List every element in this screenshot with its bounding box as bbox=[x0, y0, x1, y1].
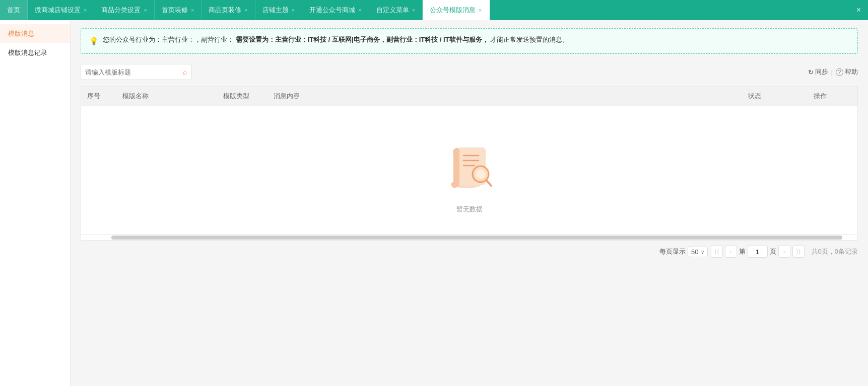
bulb-icon: 💡 bbox=[89, 35, 99, 47]
main-layout: 模版消息 模版消息记录 💡 您的公众号行业为：主营行业：，副营行业： 需要设置为… bbox=[0, 20, 868, 386]
tab-open-wechat-mall[interactable]: 开通公众号商城 × bbox=[302, 0, 369, 20]
col-header-content: 消息内容 bbox=[268, 87, 742, 106]
content-area: 💡 您的公众号行业为：主营行业：，副营行业： 需要设置为：主营行业：IT科技 /… bbox=[71, 20, 868, 386]
close-tab-template-msg[interactable]: × bbox=[479, 7, 482, 13]
search-icon[interactable]: ⌕ bbox=[183, 68, 187, 76]
prev-icon: ‹ bbox=[730, 248, 732, 255]
close-tab-product-category[interactable]: × bbox=[144, 7, 147, 13]
tab-home[interactable]: 首页 bbox=[0, 0, 28, 20]
svg-line-7 bbox=[486, 180, 491, 186]
close-tab-homepage-decor[interactable]: × bbox=[191, 7, 194, 13]
help-icon: ? bbox=[836, 68, 843, 76]
help-button[interactable]: ? 帮助 bbox=[836, 67, 858, 76]
first-page-icon: ⟨⟨ bbox=[714, 248, 719, 255]
search-input-wrap[interactable]: ⌕ bbox=[81, 64, 191, 80]
col-header-name: 模版名称 bbox=[116, 87, 217, 106]
table-header-row: 序号 模版名称 模版类型 消息内容 状态 操作 bbox=[81, 87, 858, 106]
sidebar-item-template-msg[interactable]: 模版消息 bbox=[0, 24, 70, 43]
empty-row: 暂无数据 bbox=[81, 106, 858, 235]
next-page-button[interactable]: › bbox=[778, 246, 790, 258]
svg-point-6 bbox=[476, 169, 486, 179]
notice-box: 💡 您的公众号行业为：主营行业：，副营行业： 需要设置为：主营行业：IT科技 /… bbox=[81, 28, 858, 54]
top-navigation: 首页 微商城店铺设置 × 商品分类设置 × 首页装修 × 商品页装修 × 店铺主… bbox=[0, 0, 868, 20]
empty-text: 暂无数据 bbox=[456, 205, 483, 214]
global-close-button[interactable]: × bbox=[849, 0, 868, 20]
scrollbar-thumb[interactable] bbox=[111, 236, 842, 240]
tab-product-page-decor[interactable]: 商品页装修 × bbox=[202, 0, 255, 20]
tab-custom-menu[interactable]: 自定义菜单 × bbox=[369, 0, 423, 20]
right-actions: ↻ 同步 | ? 帮助 bbox=[808, 67, 858, 76]
tab-shop-theme[interactable]: 店铺主题 × bbox=[255, 0, 302, 20]
col-header-seq: 序号 bbox=[81, 87, 116, 106]
tab-template-msg[interactable]: 公众号模版消息 × bbox=[423, 0, 489, 20]
sidebar: 模版消息 模版消息记录 bbox=[0, 20, 71, 386]
per-page-select: 每页显示 50 ∨ bbox=[659, 247, 707, 257]
next-icon: › bbox=[783, 248, 785, 255]
close-tab-wechat-shop[interactable]: × bbox=[84, 7, 87, 13]
sync-button[interactable]: ↻ 同步 bbox=[808, 67, 828, 76]
close-tab-product-page-decor[interactable]: × bbox=[244, 7, 247, 13]
col-header-status: 状态 bbox=[742, 87, 808, 106]
per-page-dropdown[interactable]: 50 ∨ bbox=[688, 247, 707, 257]
last-page-icon: ⟩⟩ bbox=[796, 248, 801, 255]
tab-homepage-decor[interactable]: 首页装修 × bbox=[155, 0, 202, 20]
close-tab-custom-menu[interactable]: × bbox=[412, 7, 415, 13]
horizontal-scrollbar[interactable] bbox=[81, 235, 858, 241]
prev-page-button[interactable]: ‹ bbox=[725, 246, 737, 258]
table-body: 暂无数据 bbox=[81, 106, 858, 235]
page-navigation: ⟨⟨ ‹ 第 页 › ⟩⟩ bbox=[711, 246, 805, 258]
data-table: 序号 模版名称 模版类型 消息内容 状态 操作 bbox=[81, 86, 858, 235]
sidebar-item-template-msg-log[interactable]: 模版消息记录 bbox=[0, 43, 70, 62]
sync-icon: ↻ bbox=[808, 68, 814, 76]
col-header-action: 操作 bbox=[808, 87, 858, 106]
first-page-button[interactable]: ⟨⟨ bbox=[711, 246, 723, 258]
close-tab-shop-theme[interactable]: × bbox=[292, 7, 295, 13]
total-info: 共0页，0条记录 bbox=[812, 247, 858, 256]
search-input[interactable] bbox=[85, 68, 183, 76]
search-row: ⌕ ↻ 同步 | ? 帮助 bbox=[81, 64, 858, 80]
empty-state: 暂无数据 bbox=[81, 106, 857, 234]
col-header-type: 模版类型 bbox=[217, 87, 268, 106]
tab-wechat-shop[interactable]: 微商城店铺设置 × bbox=[28, 0, 94, 20]
notice-highlight: 需要设置为：主营行业：IT科技 / 互联网|电子商务，副营行业：IT科技 / I… bbox=[236, 36, 489, 43]
chevron-down-icon: ∨ bbox=[701, 249, 704, 255]
actions-divider: | bbox=[831, 68, 833, 76]
empty-state-icon bbox=[439, 136, 500, 197]
page-input[interactable] bbox=[748, 246, 768, 258]
close-tab-open-wechat-mall[interactable]: × bbox=[358, 7, 361, 13]
tab-product-category[interactable]: 商品分类设置 × bbox=[94, 0, 154, 20]
pagination-bar: 每页显示 50 ∨ ⟨⟨ ‹ 第 页 › bbox=[81, 241, 858, 258]
last-page-button[interactable]: ⟩⟩ bbox=[792, 246, 805, 258]
